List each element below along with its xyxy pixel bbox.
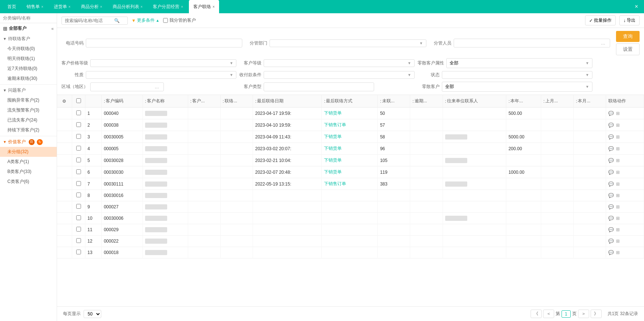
payment-select[interactable]: ▼ bbox=[264, 71, 414, 79]
nature-select[interactable]: ▼ bbox=[86, 71, 236, 79]
first-page-btn[interactable]: 《 bbox=[531, 310, 542, 318]
tab-customer-contact[interactable]: 客户联络 × bbox=[189, 0, 219, 13]
reset-button[interactable]: 设置 bbox=[616, 43, 640, 55]
select-all-checkbox[interactable] bbox=[76, 98, 81, 103]
last-page-btn[interactable]: 》 bbox=[591, 310, 602, 318]
sidebar-search-input[interactable] bbox=[3, 15, 57, 21]
grid-action-icon[interactable]: ⊞ bbox=[616, 239, 620, 244]
row-checkbox[interactable] bbox=[76, 146, 81, 151]
status-select[interactable]: ▼ bbox=[442, 71, 592, 79]
col-last-contact-method[interactable]: :最后联络方式 bbox=[322, 95, 378, 107]
sidebar-collapse-btn[interactable]: « bbox=[51, 26, 54, 31]
sidebar-item-abnormal[interactable]: 囤购异常客户(2) bbox=[0, 95, 57, 105]
grid-action-icon[interactable]: ⊞ bbox=[616, 250, 620, 255]
row-checkbox[interactable] bbox=[76, 169, 81, 174]
region-select[interactable]: … bbox=[90, 82, 164, 91]
window-close-button[interactable]: × bbox=[632, 2, 641, 11]
sidebar-item-churn-warning[interactable]: 流失预警客户(3) bbox=[0, 105, 57, 115]
contact-method-link[interactable]: 下销售订单 bbox=[324, 181, 346, 186]
filter-search-icon[interactable]: 🔍 bbox=[114, 18, 120, 23]
close-customer-tier-tab[interactable]: × bbox=[181, 5, 183, 9]
col-partner-contact[interactable]: :往来单位联系人 bbox=[443, 95, 506, 107]
sidebar-item-class-c[interactable]: C类客户(6) bbox=[0, 177, 57, 187]
tab-purchase[interactable]: 进货单 × bbox=[49, 0, 75, 13]
col-overdue[interactable]: :逾期... bbox=[410, 95, 443, 107]
grid-action-icon[interactable]: ⊞ bbox=[616, 158, 620, 163]
chat-action-icon[interactable]: 💬 bbox=[608, 134, 614, 140]
row-checkbox[interactable] bbox=[76, 110, 81, 115]
col-contact[interactable]: :联络... bbox=[220, 95, 253, 107]
grid-action-icon[interactable]: ⊞ bbox=[616, 181, 620, 187]
row-checkbox[interactable] bbox=[76, 204, 81, 209]
row-checkbox[interactable] bbox=[76, 158, 81, 162]
row-checkbox[interactable] bbox=[76, 181, 81, 186]
phone-input[interactable] bbox=[86, 39, 242, 47]
sidebar-group-pending[interactable]: ▼ 待联络客户 bbox=[0, 34, 57, 44]
grid-action-icon[interactable]: ⊞ bbox=[616, 227, 620, 232]
price-level-select[interactable]: ▼ bbox=[90, 59, 236, 67]
tab-home[interactable]: 首页 bbox=[3, 0, 21, 13]
filter-search-input[interactable] bbox=[65, 18, 113, 23]
sidebar-item-unassigned[interactable]: 未分组(32) bbox=[0, 147, 57, 157]
customer-type-input[interactable] bbox=[264, 82, 374, 91]
query-button[interactable]: 查询 bbox=[616, 31, 640, 42]
chat-action-icon[interactable]: 💬 bbox=[608, 250, 614, 255]
chat-action-icon[interactable]: 💬 bbox=[608, 181, 614, 187]
scattered-attr-select[interactable]: 全部 ▼ bbox=[446, 58, 592, 68]
sidebar-group-problem[interactable]: ▼ 问题客户 bbox=[0, 85, 57, 95]
chat-action-icon[interactable]: 💬 bbox=[608, 193, 614, 198]
customer-level-select[interactable]: ▼ bbox=[264, 59, 414, 67]
close-purchase-tab[interactable]: × bbox=[68, 5, 71, 9]
sidebar-item-declining[interactable]: 持续下滑客户(2) bbox=[0, 125, 57, 135]
contact-method-link[interactable]: 下销售订单 bbox=[324, 122, 346, 127]
my-customers-checkbox[interactable] bbox=[163, 18, 168, 23]
chat-action-icon[interactable]: 💬 bbox=[608, 170, 614, 175]
col-this-month[interactable]: :本月... bbox=[574, 95, 606, 107]
row-checkbox[interactable] bbox=[76, 238, 81, 243]
contact-method-link[interactable]: 下销货单 bbox=[324, 146, 342, 151]
col-name[interactable]: :客户名称 bbox=[142, 95, 188, 107]
export-button[interactable]: ↓ 导出 bbox=[619, 15, 640, 25]
col-code[interactable]: :客户编码 bbox=[101, 95, 142, 107]
col-type[interactable]: :客户... bbox=[188, 95, 220, 107]
chat-action-icon[interactable]: 💬 bbox=[608, 227, 614, 232]
col-settings[interactable]: ⚙ bbox=[57, 95, 72, 107]
col-last-month[interactable]: :上月... bbox=[541, 95, 573, 107]
contact-method-link[interactable]: 下销货单 bbox=[324, 169, 342, 174]
sidebar-item-class-a[interactable]: A类客户(1) bbox=[0, 157, 57, 167]
close-customer-contact-tab[interactable]: × bbox=[212, 5, 215, 9]
chat-action-icon[interactable]: 💬 bbox=[608, 216, 614, 221]
chat-action-icon[interactable]: 💬 bbox=[608, 239, 614, 244]
sidebar-item-tomorrow[interactable]: 明天待联络(1) bbox=[0, 54, 57, 64]
row-checkbox[interactable] bbox=[76, 215, 81, 220]
manager-select[interactable]: … bbox=[454, 39, 610, 47]
region-dots[interactable]: … bbox=[153, 84, 161, 89]
col-last-contact-date[interactable]: :最后联络日期 bbox=[253, 95, 321, 107]
chat-action-icon[interactable]: 💬 bbox=[608, 111, 614, 116]
close-goods-list-tab[interactable]: × bbox=[141, 5, 143, 9]
row-checkbox[interactable] bbox=[76, 227, 81, 232]
sidebar-item-overdue[interactable]: 逾期未联络(30) bbox=[0, 74, 57, 84]
col-this-year[interactable]: :本年... bbox=[506, 95, 541, 107]
chat-action-icon[interactable]: 💬 bbox=[608, 146, 614, 151]
row-checkbox[interactable] bbox=[76, 193, 81, 197]
row-checkbox[interactable] bbox=[76, 250, 81, 254]
manager-dots[interactable]: … bbox=[599, 40, 607, 46]
col-no-contact[interactable]: :未联... bbox=[378, 95, 410, 107]
close-sales-tab[interactable]: × bbox=[41, 5, 43, 9]
sidebar-group-value[interactable]: ▼ 价值客户 R ↻ bbox=[0, 137, 57, 147]
contact-method-link[interactable]: 下销货单 bbox=[324, 110, 342, 116]
sidebar-item-7days[interactable]: 近7天待联络(0) bbox=[0, 64, 57, 74]
chat-action-icon[interactable]: 💬 bbox=[608, 123, 614, 128]
close-goods-analysis-tab[interactable]: × bbox=[100, 5, 102, 9]
grid-action-icon[interactable]: ⊞ bbox=[616, 134, 620, 140]
next-page-btn[interactable]: ＞ bbox=[578, 310, 589, 318]
dept-select[interactable]: ▼ bbox=[270, 39, 426, 47]
tab-sales[interactable]: 销售单 × bbox=[22, 0, 48, 13]
sidebar-item-today[interactable]: 今天待联络(0) bbox=[0, 44, 57, 54]
grid-action-icon[interactable]: ⊞ bbox=[616, 111, 620, 116]
grid-action-icon[interactable]: ⊞ bbox=[616, 146, 620, 151]
tab-customer-tier[interactable]: 客户分层经营 × bbox=[148, 0, 187, 13]
sidebar-item-class-b[interactable]: B类客户(33) bbox=[0, 167, 57, 177]
scattered-select[interactable]: 全部 ▼ bbox=[442, 82, 592, 92]
